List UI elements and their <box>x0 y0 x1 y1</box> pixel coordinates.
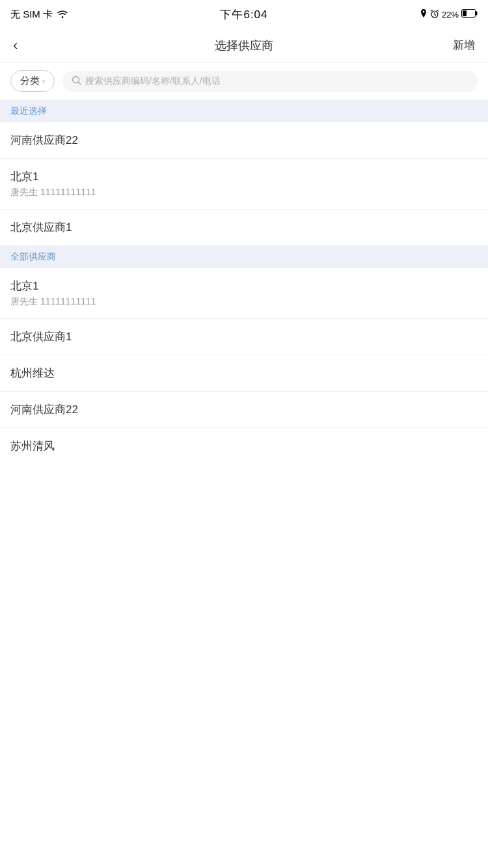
all-section-header: 全部供应商 <box>0 245 488 268</box>
battery-text: 22% <box>442 10 459 20</box>
supplier-name: 河南供应商22 <box>10 402 478 417</box>
recent-list-item[interactable]: 北京1唐先生 11111111111 <box>0 159 488 210</box>
all-list-item[interactable]: 北京供应商1 <box>0 319 488 355</box>
status-bar-left: 无 SIM 卡 <box>10 8 68 21</box>
category-filter-button[interactable]: 分类 › <box>10 70 55 92</box>
back-button[interactable]: ‹ <box>13 37 39 54</box>
alarm-icon <box>430 9 439 20</box>
supplier-contact: 唐先生 11111111111 <box>10 296 478 308</box>
all-items-list: 北京1唐先生 11111111111北京供应商1杭州维达河南供应商22苏州清风 <box>0 268 488 464</box>
svg-rect-3 <box>476 12 478 16</box>
search-icon <box>72 75 81 87</box>
recent-list-item[interactable]: 北京供应商1 <box>0 210 488 245</box>
recent-items-list: 河南供应商22北京1唐先生 11111111111北京供应商1 <box>0 122 488 245</box>
chevron-right-icon: › <box>42 77 45 86</box>
svg-rect-2 <box>463 10 467 16</box>
filter-row: 分类 › 搜索供应商编码/名称/联系人/电话 <box>0 62 488 100</box>
status-bar: 无 SIM 卡 下午6:04 22% <box>0 0 488 29</box>
supplier-name: 河南供应商22 <box>10 133 478 148</box>
all-list-item[interactable]: 北京1唐先生 11111111111 <box>0 268 488 319</box>
recent-section-label: 最近选择 <box>10 105 47 116</box>
battery-icon <box>461 9 478 20</box>
supplier-name: 北京供应商1 <box>10 329 478 344</box>
recent-list-item[interactable]: 河南供应商22 <box>0 122 488 159</box>
no-sim-text: 无 SIM 卡 <box>10 8 53 21</box>
category-label: 分类 <box>20 75 40 87</box>
search-input-box[interactable]: 搜索供应商编码/名称/联系人/电话 <box>62 71 478 92</box>
supplier-name: 杭州维达 <box>10 366 478 381</box>
nav-bar: ‹ 选择供应商 新增 <box>0 29 488 62</box>
location-icon <box>420 9 427 20</box>
supplier-name: 北京供应商1 <box>10 220 478 235</box>
all-list-item[interactable]: 杭州维达 <box>0 355 488 392</box>
recent-section-header: 最近选择 <box>0 100 488 122</box>
supplier-name: 苏州清风 <box>10 439 478 454</box>
all-list-item[interactable]: 苏州清风 <box>0 428 488 464</box>
status-bar-right: 22% <box>420 9 478 20</box>
supplier-name: 北京1 <box>10 278 478 293</box>
status-bar-time: 下午6:04 <box>220 7 267 22</box>
wifi-icon <box>57 9 68 20</box>
supplier-contact: 唐先生 11111111111 <box>10 187 478 198</box>
search-placeholder-text: 搜索供应商编码/名称/联系人/电话 <box>85 75 221 87</box>
all-section-label: 全部供应商 <box>10 251 56 262</box>
page-title: 选择供应商 <box>215 38 273 53</box>
new-action-button[interactable]: 新增 <box>449 38 475 53</box>
all-list-item[interactable]: 河南供应商22 <box>0 392 488 428</box>
supplier-name: 北京1 <box>10 169 478 184</box>
